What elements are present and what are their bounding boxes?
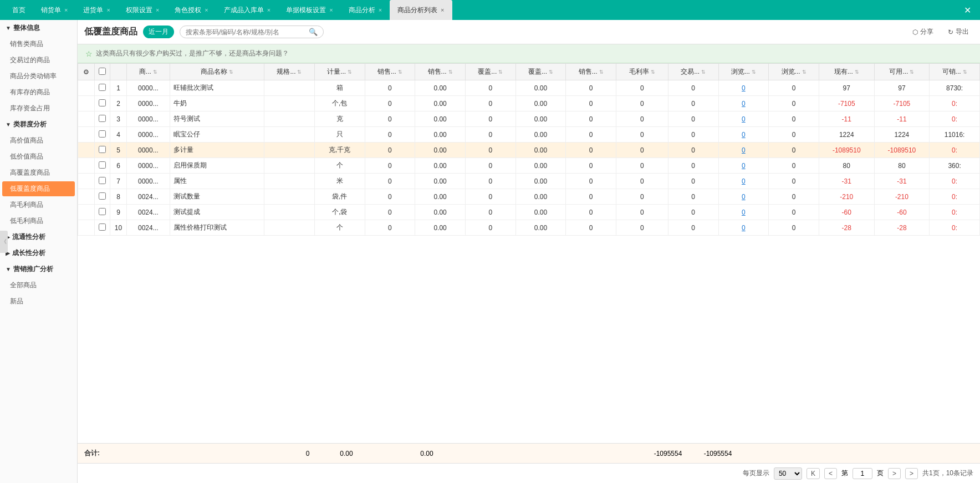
td-checkbox[interactable] — [95, 111, 110, 127]
close-icon[interactable]: × — [329, 7, 333, 13]
browse-link[interactable]: 0 — [742, 177, 746, 185]
th-settings[interactable]: ⚙ — [78, 64, 95, 80]
next-page-button[interactable]: > — [888, 468, 901, 479]
sidebar-group-cluster[interactable]: ▼ 类群度分析 — [0, 116, 77, 133]
close-icon[interactable]: × — [156, 7, 159, 13]
sidebar-item-traded-goods[interactable]: 交易过的商品 — [0, 52, 77, 68]
sidebar-group-growth[interactable]: ▶ 成长性分析 — [0, 245, 77, 261]
th-browse2[interactable]: 浏览... ⇅ — [769, 64, 819, 80]
browse-link[interactable]: 0 — [742, 209, 746, 216]
close-icon[interactable]: × — [106, 7, 110, 13]
td-checkbox[interactable] — [95, 189, 110, 205]
th-cover1[interactable]: 覆盖... ⇅ — [465, 64, 515, 80]
close-icon[interactable]: × — [379, 7, 382, 13]
browse-link[interactable]: 0 — [742, 131, 746, 139]
row-checkbox[interactable] — [99, 146, 106, 153]
th-name[interactable]: 商品名称 ⇅ — [170, 64, 264, 80]
th-spec[interactable]: 规格... ⇅ — [264, 64, 315, 80]
th-cover2[interactable]: 覆盖... ⇅ — [515, 64, 566, 80]
sidebar-item-high-coverage[interactable]: 高覆盖度商品 — [0, 165, 77, 181]
td-browse1[interactable]: 0 — [718, 189, 769, 205]
select-all-checkbox[interactable] — [99, 68, 106, 75]
row-checkbox[interactable] — [99, 192, 106, 200]
nav-tab-purchase[interactable]: 进货单 × — [75, 0, 118, 20]
sidebar-item-low-coverage[interactable]: 低覆盖度商品 — [2, 181, 75, 196]
settings-icon[interactable]: ⚙ — [83, 68, 89, 76]
sidebar-group-liquidity[interactable]: ▶ 流通性分析 — [0, 229, 77, 245]
td-checkbox[interactable] — [95, 143, 110, 158]
th-sales-qty[interactable]: 销售... ⇅ — [365, 64, 415, 80]
th-saleable[interactable]: 可销... ⇅ — [930, 64, 980, 80]
td-browse1[interactable]: 0 — [718, 80, 769, 96]
row-checkbox[interactable] — [99, 84, 106, 91]
browse-link[interactable]: 0 — [742, 84, 746, 92]
td-checkbox[interactable] — [95, 96, 110, 111]
td-browse1[interactable]: 0 — [718, 127, 769, 143]
td-checkbox[interactable] — [95, 205, 110, 220]
table-container[interactable]: ⚙ 商... ⇅ — [78, 63, 980, 443]
search-box[interactable]: 🔍 — [180, 26, 324, 38]
close-icon[interactable]: × — [205, 7, 208, 13]
th-gross-rate[interactable]: 毛利率 ⇅ — [616, 64, 668, 80]
browse-link[interactable]: 0 — [742, 115, 746, 123]
sidebar-item-high-margin[interactable]: 高毛利商品 — [0, 197, 77, 213]
row-checkbox[interactable] — [99, 177, 106, 184]
row-checkbox[interactable] — [99, 161, 106, 169]
td-checkbox[interactable] — [95, 174, 110, 189]
nav-tab-goods-analysis-list[interactable]: 商品分析列表 × — [390, 0, 452, 20]
browse-link[interactable]: 0 — [742, 146, 746, 154]
th-unit[interactable]: 计量... ⇅ — [314, 64, 365, 80]
close-icon[interactable]: × — [267, 7, 270, 13]
sidebar-item-sales-goods[interactable]: 销售类商品 — [0, 36, 77, 52]
prev-page-button[interactable]: < — [824, 468, 837, 479]
per-page-select[interactable]: 50 20 100 — [774, 467, 802, 480]
td-browse1[interactable]: 0 — [718, 220, 769, 236]
row-checkbox[interactable] — [99, 208, 106, 215]
nav-tab-template[interactable]: 单据模板设置 × — [278, 0, 340, 20]
th-trans[interactable]: 交易... ⇅ — [668, 64, 718, 80]
th-sales-days[interactable]: 销售... ⇅ — [566, 64, 616, 80]
export-button[interactable]: ↻ 导出 — [943, 26, 973, 38]
td-checkbox[interactable] — [95, 127, 110, 143]
th-browse1[interactable]: 浏览... ⇅ — [718, 64, 769, 80]
close-icon[interactable]: × — [64, 7, 68, 13]
td-browse1[interactable]: 0 — [718, 205, 769, 220]
browse-link[interactable]: 0 — [742, 193, 746, 201]
nav-tab-roles[interactable]: 角色授权 × — [167, 0, 216, 20]
browse-link[interactable]: 0 — [742, 162, 746, 170]
td-browse1[interactable]: 0 — [718, 111, 769, 127]
browse-link[interactable]: 0 — [742, 100, 746, 108]
sidebar-item-new-goods[interactable]: 新品 — [0, 293, 77, 309]
window-close-button[interactable]: ✕ — [959, 3, 976, 18]
sidebar-item-stock-goods[interactable]: 有库存的商品 — [0, 84, 77, 100]
th-checkbox[interactable] — [95, 64, 110, 80]
sidebar-item-stock-capital[interactable]: 库存资金占用 — [0, 100, 77, 116]
td-checkbox[interactable] — [95, 80, 110, 96]
sidebar-item-low-margin[interactable]: 低毛利商品 — [0, 213, 77, 229]
td-browse1[interactable]: 0 — [718, 143, 769, 158]
sidebar-group-overall[interactable]: ▼ 整体信息 — [0, 20, 77, 36]
sidebar-collapse-button[interactable]: 《 — [0, 231, 8, 253]
th-code[interactable]: 商... ⇅ — [127, 64, 170, 80]
th-current-stock[interactable]: 现有... ⇅ — [819, 64, 874, 80]
nav-tab-home[interactable]: 首页 — [4, 0, 33, 20]
sidebar-item-all-goods[interactable]: 全部商品 — [0, 277, 77, 293]
row-checkbox[interactable] — [99, 99, 106, 106]
sidebar-item-low-value[interactable]: 低价值商品 — [0, 149, 77, 165]
first-page-button[interactable]: K — [807, 468, 820, 479]
th-sales-amt[interactable]: 销售... ⇅ — [415, 64, 466, 80]
share-button[interactable]: ⬡ 分享 — [908, 26, 938, 38]
row-checkbox[interactable] — [99, 223, 106, 231]
td-checkbox[interactable] — [95, 220, 110, 236]
nav-tab-permissions[interactable]: 权限设置 × — [118, 0, 167, 20]
td-browse1[interactable]: 0 — [718, 174, 769, 189]
sidebar-item-category-rate[interactable]: 商品分类动销率 — [0, 68, 77, 84]
td-browse1[interactable]: 0 — [718, 96, 769, 111]
page-number-input[interactable] — [853, 468, 872, 479]
sidebar-item-high-value[interactable]: 高价值商品 — [0, 133, 77, 149]
td-browse1[interactable]: 0 — [718, 158, 769, 174]
sidebar-group-marketing[interactable]: ▼ 营销推广分析 — [0, 261, 77, 277]
nav-tab-production[interactable]: 产成品入库单 × — [216, 0, 278, 20]
td-checkbox[interactable] — [95, 158, 110, 174]
close-icon[interactable]: × — [441, 7, 444, 13]
